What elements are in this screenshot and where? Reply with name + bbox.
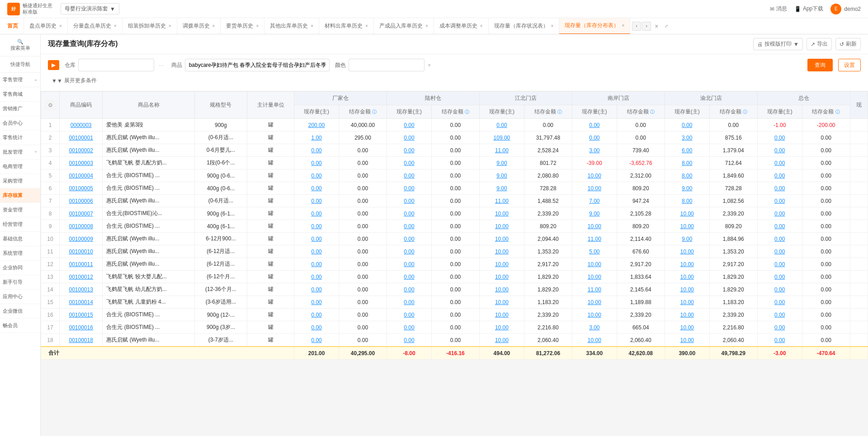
c4-qty[interactable]: 3.00 [572, 321, 617, 334]
c5-qty[interactable]: 10.00 [665, 309, 709, 321]
c4-qty[interactable]: 10.00 [572, 334, 617, 347]
c2-qty[interactable]: 0.00 [387, 157, 432, 169]
nav-tab-material-out[interactable]: 材料出库单历史 × [319, 18, 374, 34]
c2-qty[interactable]: 0.00 [387, 271, 432, 283]
sidebar-item-ecommerce[interactable]: 电商管理 [0, 159, 40, 174]
c3-qty[interactable]: 11.00 [479, 195, 524, 207]
nav-tab-inventory[interactable]: 盘点单历史 × [24, 18, 68, 34]
c4-qty[interactable]: 9.00 [572, 207, 617, 220]
c6-qty[interactable]: 0.00 [757, 233, 802, 245]
c2-qty[interactable]: 0.00 [387, 245, 432, 258]
print-btn[interactable]: 🖨 按模版打印 ▼ [753, 38, 803, 50]
c1-qty[interactable]: 0.00 [294, 220, 339, 233]
c5-qty[interactable]: 8.00 [665, 169, 709, 182]
c4-qty[interactable]: 11.00 [572, 283, 617, 296]
c4-qty[interactable]: 10.00 [572, 296, 617, 309]
c3-qty[interactable]: 10.00 [479, 283, 524, 296]
c6-qty[interactable]: 0.00 [757, 283, 802, 296]
info-icon-5[interactable]: ⓘ [743, 109, 747, 114]
c3-qty[interactable]: 10.00 [479, 321, 524, 334]
goods-code[interactable]: 00100011 [60, 258, 103, 271]
sidebar-item-finance[interactable]: 资金管理 [0, 203, 40, 217]
c3-qty[interactable]: 9.00 [479, 182, 524, 195]
c5-qty[interactable]: 10.00 [665, 245, 709, 258]
c3-qty[interactable]: 10.00 [479, 334, 524, 347]
goods-code[interactable]: 00100003 [60, 157, 103, 169]
close-tab-stock-status[interactable]: × [551, 23, 554, 28]
close-tab-assembly[interactable]: × [169, 23, 171, 28]
goods-input[interactable] [185, 59, 330, 71]
c4-qty[interactable]: 7.00 [572, 195, 617, 207]
c1-qty[interactable]: 0.00 [294, 258, 339, 271]
close-tab-other-out[interactable]: × [311, 23, 313, 28]
warehouse-input[interactable] [78, 59, 154, 71]
sidebar-item-retail-stats[interactable]: 零售统计 [0, 131, 40, 145]
goods-code[interactable]: 00100008 [60, 220, 103, 233]
goods-code[interactable]: 00100018 [60, 334, 103, 347]
goods-code[interactable]: 00100001 [60, 131, 103, 144]
table-container[interactable]: ⚙ 商品编码 商品名称 规格型号 主计量单位 厂家仓 陆村仓 江北门店 南岸门店… [41, 91, 868, 436]
color-input[interactable] [349, 59, 425, 71]
c5-qty[interactable]: 0.00 [665, 119, 709, 131]
c4-qty[interactable]: 0.00 [572, 119, 617, 131]
sidebar-item-cooperation[interactable]: 企业协同 [0, 261, 40, 275]
c4-qty[interactable]: 5.00 [572, 245, 617, 258]
c5-qty[interactable]: 10.00 [665, 334, 709, 347]
industry-selector[interactable]: 母婴行业演示陈套 ▼ [61, 3, 119, 14]
goods-code[interactable]: 00100014 [60, 296, 103, 309]
c6-qty[interactable]: 0.00 [757, 271, 802, 283]
goods-code[interactable]: 00100005 [60, 182, 103, 195]
refresh-btn[interactable]: ↺ 刷新 [835, 38, 861, 50]
c6-qty[interactable]: 0.00 [757, 157, 802, 169]
c1-qty[interactable]: 0.00 [294, 296, 339, 309]
nav-tab-product-in[interactable]: 产成品入库单历史 × [374, 18, 434, 34]
c3-qty[interactable]: 10.00 [479, 207, 524, 220]
c4-qty[interactable]: 10.00 [572, 258, 617, 271]
sidebar-item-stock-check[interactable]: 库存核算 [0, 188, 40, 203]
c1-qty[interactable]: 0.00 [294, 144, 339, 157]
goods-code[interactable]: 00100012 [60, 271, 103, 283]
c2-qty[interactable]: 0.00 [387, 182, 432, 195]
c2-qty[interactable]: 0.00 [387, 309, 432, 321]
nav-tab-other-out[interactable]: 其他出库单历史 × [264, 18, 319, 34]
sidebar-item-basic-info[interactable]: 基础信息 [0, 232, 40, 246]
c5-qty[interactable]: 6.00 [665, 144, 709, 157]
info-icon-1[interactable]: ⓘ [372, 109, 377, 114]
c4-qty[interactable]: 0.00 [572, 131, 617, 144]
c5-qty[interactable]: 10.00 [665, 271, 709, 283]
c6-qty[interactable]: 0.00 [757, 296, 802, 309]
sidebar-item-wholesale[interactable]: 批发管理 ▼ [0, 145, 40, 159]
c5-qty[interactable]: 10.00 [665, 258, 709, 271]
c1-qty[interactable]: 0.00 [294, 245, 339, 258]
c2-qty[interactable]: 0.00 [387, 321, 432, 334]
settings-btn[interactable]: 设置 [838, 59, 861, 71]
c1-qty[interactable]: 200.00 [294, 119, 339, 131]
goods-code[interactable]: 00100007 [60, 207, 103, 220]
info-icon-4[interactable]: ⓘ [650, 109, 655, 114]
c3-qty[interactable]: 10.00 [479, 296, 524, 309]
nav-tab-requisition[interactable]: 要货单历史 × [221, 18, 264, 34]
c1-qty[interactable]: 1.00 [294, 131, 339, 144]
c4-qty[interactable]: 11.00 [572, 233, 617, 245]
c5-qty[interactable]: 9.00 [665, 182, 709, 195]
c1-qty[interactable]: 0.00 [294, 169, 339, 182]
c6-qty[interactable]: 0.00 [757, 131, 802, 144]
close-tab-transfer[interactable]: × [212, 23, 215, 28]
nav-tab-transfer[interactable]: 调拨单历史 × [177, 18, 221, 34]
sidebar-item-retail-mgmt[interactable]: 零售管理 ▲ [0, 73, 40, 87]
c1-qty[interactable]: 0.00 [294, 195, 339, 207]
c3-qty[interactable]: 11.00 [479, 144, 524, 157]
c3-qty[interactable]: 9.00 [479, 157, 524, 169]
goods-code[interactable]: 0000003 [60, 119, 103, 131]
expand-tabs[interactable]: ⤢ [662, 22, 671, 31]
close-tab-stock-dist[interactable]: × [622, 23, 624, 28]
c6-qty[interactable]: 0.00 [757, 321, 802, 334]
c1-qty[interactable]: 0.00 [294, 157, 339, 169]
filter-collapse-btn[interactable]: ▶ [48, 60, 59, 70]
c5-qty[interactable]: 8.00 [665, 195, 709, 207]
c3-qty[interactable]: 0.00 [479, 119, 524, 131]
c6-qty[interactable]: 0.00 [757, 144, 802, 157]
c2-qty[interactable]: 0.00 [387, 233, 432, 245]
c5-qty[interactable]: 10.00 [665, 321, 709, 334]
nav-tab-assembly[interactable]: 组装拆卸单历史 × [123, 18, 177, 34]
